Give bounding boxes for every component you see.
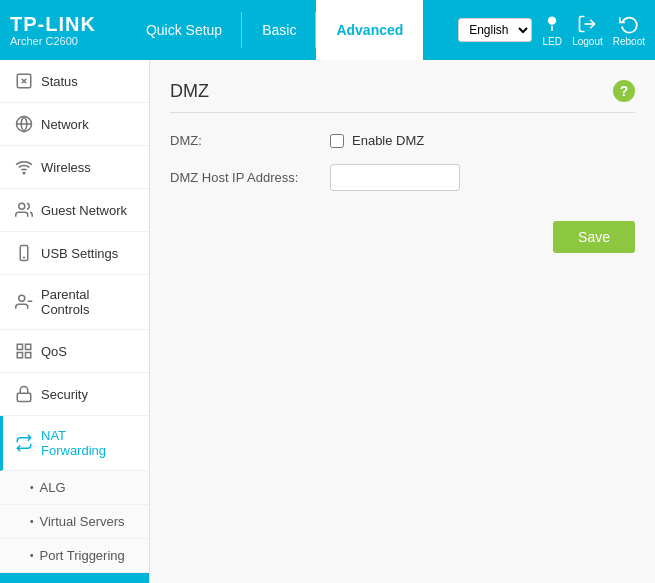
sidebar-item-qos[interactable]: QoS (0, 330, 149, 373)
bullet-virtual-servers: • (30, 516, 34, 527)
svg-point-9 (19, 203, 25, 209)
svg-point-0 (548, 16, 556, 24)
dmz-label: DMZ: (170, 133, 330, 148)
sidebar-label-parental-controls: Parental Controls (41, 287, 134, 317)
submenu-item-dmz[interactable]: • DMZ (0, 573, 149, 583)
enable-dmz-checkbox[interactable] (330, 134, 344, 148)
page-title: DMZ (170, 81, 209, 102)
sidebar-item-wireless[interactable]: Wireless (0, 146, 149, 189)
sidebar-item-usb-settings[interactable]: USB Settings (0, 232, 149, 275)
tab-advanced[interactable]: Advanced (316, 0, 423, 60)
submenu-item-port-triggering[interactable]: • Port Triggering (0, 539, 149, 573)
nav-tabs: Quick Setup Basic Advanced (126, 0, 458, 60)
svg-point-8 (23, 172, 25, 174)
led-label: LED (542, 36, 561, 47)
svg-point-12 (19, 295, 25, 301)
sidebar-item-guest-network[interactable]: Guest Network (0, 189, 149, 232)
sidebar-item-nat-forwarding[interactable]: NAT Forwarding (0, 416, 149, 471)
sidebar-item-network[interactable]: Network (0, 103, 149, 146)
submenu-item-virtual-servers[interactable]: • Virtual Servers (0, 505, 149, 539)
logo-tp-link: TP-LINK (10, 13, 96, 35)
svg-rect-14 (17, 344, 22, 349)
main-layout: Status Network Wireless Guest Network US… (0, 60, 655, 583)
reboot-label: Reboot (613, 36, 645, 47)
content-area: DMZ ? DMZ: Enable DMZ DMZ Host IP Addres… (150, 60, 655, 583)
host-ip-input[interactable] (330, 164, 460, 191)
enable-dmz-label: Enable DMZ (352, 133, 424, 148)
sidebar-label-guest-network: Guest Network (41, 203, 127, 218)
sidebar-label-nat-forwarding: NAT Forwarding (41, 428, 134, 458)
header: TP-LINK Archer C2600 Quick Setup Basic A… (0, 0, 655, 60)
host-ip-label: DMZ Host IP Address: (170, 170, 330, 185)
sidebar-label-usb-settings: USB Settings (41, 246, 118, 261)
sidebar-label-qos: QoS (41, 344, 67, 359)
svg-rect-15 (26, 344, 31, 349)
help-icon[interactable]: ? (613, 80, 635, 102)
sidebar-label-status: Status (41, 74, 78, 89)
svg-rect-18 (17, 393, 31, 401)
bullet-port-triggering: • (30, 550, 34, 561)
header-right: English LED Logout Reboot (458, 14, 645, 47)
bullet-alg: • (30, 482, 34, 493)
host-ip-control (330, 164, 460, 191)
host-ip-row: DMZ Host IP Address: (170, 164, 635, 191)
logout-label: Logout (572, 36, 603, 47)
reboot-icon-button[interactable]: Reboot (613, 14, 645, 47)
dmz-control: Enable DMZ (330, 133, 424, 148)
logout-icon-button[interactable]: Logout (572, 14, 603, 47)
logo-area: TP-LINK Archer C2600 (10, 13, 96, 47)
content-header: DMZ ? (170, 80, 635, 113)
sidebar: Status Network Wireless Guest Network US… (0, 60, 150, 583)
submenu-label-port-triggering: Port Triggering (40, 548, 125, 563)
language-select[interactable]: English (458, 18, 532, 42)
sidebar-label-security: Security (41, 387, 88, 402)
sidebar-label-network: Network (41, 117, 89, 132)
submenu-label-virtual-servers: Virtual Servers (40, 514, 125, 529)
button-row: Save (170, 221, 635, 253)
sidebar-item-security[interactable]: Security (0, 373, 149, 416)
svg-rect-16 (26, 353, 31, 358)
save-button[interactable]: Save (553, 221, 635, 253)
sidebar-label-wireless: Wireless (41, 160, 91, 175)
submenu-item-alg[interactable]: • ALG (0, 471, 149, 505)
sidebar-item-status[interactable]: Status (0, 60, 149, 103)
sidebar-item-parental-controls[interactable]: Parental Controls (0, 275, 149, 330)
logo-model: Archer C2600 (10, 35, 96, 47)
dmz-row: DMZ: Enable DMZ (170, 133, 635, 148)
tab-quick-setup[interactable]: Quick Setup (126, 0, 242, 60)
svg-rect-17 (17, 353, 22, 358)
submenu-label-alg: ALG (40, 480, 66, 495)
tab-basic[interactable]: Basic (242, 0, 316, 60)
led-icon-button[interactable]: LED (542, 14, 562, 47)
